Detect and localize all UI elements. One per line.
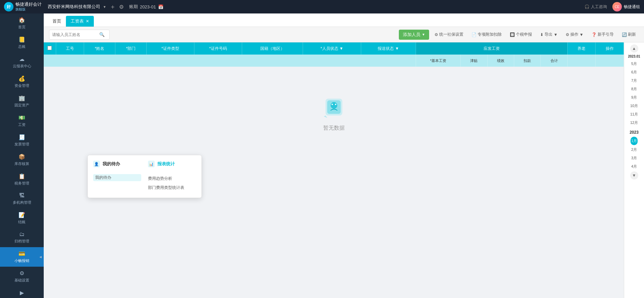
th-emp-no: 工号	[56, 42, 84, 55]
period-label: 账期	[129, 4, 138, 10]
add-company-button[interactable]: ＋	[110, 3, 116, 11]
add-person-label: 添加人员	[403, 32, 420, 38]
archive-icon: 🗂	[19, 231, 25, 237]
th-checkbox[interactable]	[44, 42, 56, 55]
top-header: 好 畅捷通好会计 旗舰版 西安虾米网络科技有限公司 ▼ ＋ ⚙ 账期 2023-…	[0, 0, 644, 13]
personal-tax-label: 个税申报	[516, 32, 532, 37]
sidebar-item-archive[interactable]: 🗂 归档管理	[0, 228, 44, 247]
table-sub-header-row: *基本工资 津贴 绩效 扣款 合计	[44, 55, 624, 67]
sidebar-item-salary[interactable]: 💵 工资	[0, 111, 44, 131]
special-deduction-button[interactable]: 📄 专项附加扣除	[469, 30, 504, 40]
month-11[interactable]: 11月	[624, 110, 644, 119]
tab-payroll[interactable]: 工资表 ✕	[66, 16, 94, 27]
tax-icon: 📋	[18, 173, 25, 179]
th-actions: 操作	[596, 42, 624, 55]
calendar-icon: 📅	[158, 4, 163, 9]
month-3[interactable]: 3月	[624, 154, 644, 162]
submenu-col2-header: 📊 报表统计	[148, 161, 196, 170]
special-ded-label: 专项附加扣除	[478, 32, 502, 37]
submenu-cost-trend[interactable]: 费用趋势分析	[148, 174, 196, 183]
ledger-icon: 📒	[18, 36, 25, 43]
special-ded-icon: 📄	[471, 32, 477, 37]
th-deductions: 扣款	[514, 55, 541, 67]
th-pension-sub	[567, 55, 596, 67]
submenu-dept-cost[interactable]: 部门费用类型统计表	[148, 183, 196, 192]
sidebar-label-tax: 税务管理	[14, 181, 29, 186]
add-person-button[interactable]: 添加人员 ▼	[399, 30, 429, 40]
new-guide-icon: ❓	[592, 32, 597, 37]
settings-icon[interactable]: ⚙	[119, 4, 124, 10]
search-input[interactable]	[52, 32, 99, 37]
month-6[interactable]: 6月	[624, 68, 644, 76]
sidebar-label-archive: 归档管理	[14, 239, 29, 244]
month-1-current[interactable]: 1月	[631, 137, 638, 145]
personal-tax-icon: 🔲	[510, 32, 515, 37]
sidebar-item-inventory[interactable]: 📦 库存核算	[0, 150, 44, 170]
salary-icon: 💵	[18, 114, 25, 121]
tab-home[interactable]: 首页	[48, 16, 66, 27]
submenu-my-todo[interactable]: 我的待办	[93, 174, 141, 181]
sidebar-label-ledger: 总账	[18, 44, 26, 49]
th-salary-group: 应发工资	[416, 42, 568, 55]
tab-bar: 首页 工资表 ✕	[44, 13, 644, 27]
export-button[interactable]: ⬇ 导出 ▼	[537, 30, 560, 40]
sidebar-item-journal[interactable]: 📝 结账	[0, 208, 44, 228]
month-8[interactable]: 8月	[624, 85, 644, 93]
right-month-panel: ▲ 2023.01 5月 6月 7月 8月 9月 10月 11月 12月 202…	[624, 42, 644, 298]
month-5[interactable]: 5月	[624, 60, 644, 68]
month-7[interactable]: 7月	[624, 76, 644, 85]
submenu-col1-title: 我的待办	[103, 161, 120, 167]
sidebar-item-xiaochang[interactable]: 💳 小畅报销 ◀	[0, 247, 44, 267]
sidebar-item-basic[interactable]: ⚙ 基础设置	[0, 267, 44, 286]
data-table: 工号 *姓名 *部门 *证件类型 *证件号码 国籍（地区） *人员状态 ▼ 报送…	[44, 42, 624, 67]
sidebar-label-reports: 云报表中心	[13, 64, 31, 69]
operations-button[interactable]: ⚙ 操作 ▼	[563, 30, 586, 40]
sidebar-label-finance: 资金管理	[14, 83, 29, 88]
sidebar-item-assets[interactable]: 🏢 固定资产	[0, 92, 44, 111]
social-insurance-button[interactable]: ⚙ 统一社保设置	[432, 30, 466, 40]
panel-scroll-up-button[interactable]: ▲	[630, 44, 638, 53]
sidebar-item-guide[interactable]: ▶ 新手引导	[0, 286, 44, 298]
user-area[interactable]: CE 畅捷通组	[612, 2, 640, 11]
customer-service-button[interactable]: 🎧 人工咨询	[584, 4, 607, 10]
sidebar-item-invoice[interactable]: 🧾 发票管理	[0, 131, 44, 150]
company-name: 西安虾米网络科技有限公司	[48, 4, 100, 10]
th-id-type: *证件类型	[147, 42, 194, 55]
sidebar-item-finance[interactable]: 💰 资金管理	[0, 72, 44, 92]
sidebar-item-reports[interactable]: ☁ 云报表中心	[0, 53, 44, 72]
tab-close-icon[interactable]: ✕	[86, 19, 89, 24]
sidebar-item-ledger[interactable]: 📒 总账	[0, 33, 44, 53]
sidebar-item-home[interactable]: 🏠 首页	[0, 13, 44, 33]
period-selector[interactable]: 账期 2023-01 📅	[129, 4, 163, 10]
search-wrap[interactable]: 🔍	[49, 30, 110, 40]
sidebar: 🏠 首页 📒 总账 ☁ 云报表中心 💰 资金管理 🏢 固定资产 💵 工资 🧾 发…	[0, 13, 44, 298]
month-9[interactable]: 9月	[624, 93, 644, 102]
social-ins-icon: ⚙	[434, 32, 438, 37]
th-status: *人员状态 ▼	[303, 42, 361, 55]
submenu-col2-title: 报表统计	[157, 161, 175, 167]
submenu-col1-header: 👤 我的待办	[93, 161, 141, 170]
month-2[interactable]: 2月	[624, 145, 644, 154]
th-performance: 绩效	[487, 55, 514, 67]
refresh-button[interactable]: 🔄 刷新	[619, 30, 639, 40]
th-total: 合计	[541, 55, 567, 67]
finance-icon: 💰	[18, 75, 25, 82]
month-10[interactable]: 10月	[624, 102, 644, 110]
period-display: 2023.01	[628, 53, 640, 60]
month-4[interactable]: 4月	[624, 162, 644, 171]
sidebar-item-multi-org[interactable]: 🏗 多机构管理	[0, 189, 44, 208]
assets-icon: 🏢	[18, 95, 25, 101]
panel-scroll-down-button[interactable]: ▼	[630, 171, 638, 179]
new-guide-button[interactable]: ❓ 新手引导	[589, 30, 616, 40]
month-12[interactable]: 12月	[624, 119, 644, 127]
submenu-arrow-icon: ◀	[39, 255, 42, 259]
todo-col-icon: 👤	[93, 161, 100, 167]
personal-tax-button[interactable]: 🔲 个税申报	[507, 30, 535, 40]
sidebar-item-tax[interactable]: 📋 税务管理	[0, 170, 44, 189]
sidebar-label-home: 首页	[18, 25, 26, 30]
header-right: 🎧 人工咨询 CE 畅捷通组	[584, 2, 640, 11]
logo-area: 好 畅捷通好会计 旗舰版	[4, 2, 44, 12]
company-selector[interactable]: 西安虾米网络科技有限公司 ▼	[48, 4, 106, 10]
select-all-checkbox[interactable]	[47, 46, 52, 50]
svg-point-3	[332, 104, 333, 105]
